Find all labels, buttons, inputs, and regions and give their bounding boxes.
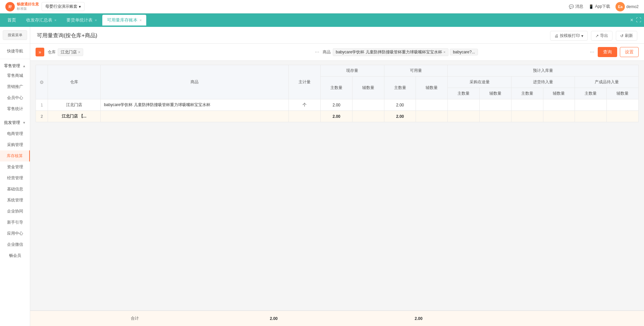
sidebar-item-changhui[interactable]: 畅会员 (0, 250, 30, 261)
sidebar-item-inventory[interactable]: 库存核算 (0, 150, 30, 161)
sidebar-item-apps[interactable]: 应用中心 (0, 228, 30, 239)
row-warehouse: 江北门店 【... (48, 111, 101, 122)
template-print-label: 按模板打印 (560, 33, 580, 39)
warehouse-more-btn[interactable]: ··· (315, 49, 319, 55)
sidebar-section-wholesale-title[interactable]: 批发管理 ▼ (0, 117, 30, 127)
warehouse-tags: 江北门店 × (58, 48, 313, 56)
logo-sub: 标准版 (17, 6, 39, 11)
sidebar-item-enterprise[interactable]: 企业协同 (0, 206, 30, 217)
user-profile[interactable]: Ea demo2 (615, 2, 639, 11)
wholesale-arrow: ▼ (22, 121, 26, 125)
template-print-btn[interactable]: 🖨 按模板打印 ▾ (550, 31, 588, 41)
filter-toggle-btn[interactable]: » (36, 48, 44, 56)
sidebar-item-marketing[interactable]: 营销推广 (0, 81, 30, 92)
data-table: ⚙ 仓库 商品 主计量 现存量 可用量 预计入库量 主数量 辅数量 主数量 辅数… (36, 65, 639, 122)
export-btn[interactable]: ↗ 导出 (591, 31, 612, 41)
th-current-stock-group: 现存量 (321, 65, 384, 77)
table-row: 2 江北门店 【... 2.00 2.00 (36, 111, 639, 122)
sidebar-item-basic[interactable]: 基础信息 (0, 184, 30, 195)
th-forecast-group: 预计入库量 (448, 65, 639, 77)
page-actions: 🖨 按模板打印 ▾ ↗ 导出 ↺ 刷新 (550, 31, 637, 41)
table-container[interactable]: ⚙ 仓库 商品 主计量 现存量 可用量 预计入库量 主数量 辅数量 主数量 辅数… (30, 61, 644, 310)
top-bar: 好 畅捷通好生意 标准版 母婴行业演示账套 ▾ 💬 消息 📱 App下载 Ea … (0, 0, 644, 13)
tab-home[interactable]: 首页 (3, 15, 21, 26)
th-incoming-main: 主数量 (511, 88, 543, 99)
sidebar-item-operations[interactable]: 经营管理 (0, 173, 30, 184)
th-unit: 主计量 (289, 65, 321, 99)
th-purchase-transit-group: 采购在途量 (448, 77, 512, 88)
product-tag-1[interactable]: babycare学饮杯 儿童防摔防撞吸管杯重力球吸嘴杯宝宝水杯 × (333, 48, 448, 56)
sidebar-item-system[interactable]: 系统管理 (0, 195, 30, 206)
th-incoming-aux: 辅数量 (543, 88, 575, 99)
row-production-main (575, 99, 607, 111)
warehouse-tag-close[interactable]: × (78, 50, 80, 54)
message-btn[interactable]: 💬 消息 (569, 4, 583, 9)
product-more-btn[interactable]: ··· (590, 49, 594, 55)
refresh-icon: ↺ (620, 34, 624, 38)
search-menu-btn[interactable]: 搜索菜单 (3, 30, 27, 40)
th-purchase-main: 主数量 (448, 88, 480, 99)
content-area: 可用量查询(按仓库+商品) 🖨 按模板打印 ▾ ↗ 导出 ↺ 刷新 (30, 27, 644, 326)
wholesale-label: 批发管理 (4, 120, 20, 126)
app-download-label: App下载 (595, 4, 610, 9)
row-production-main (575, 111, 607, 122)
row-incoming-aux (543, 111, 575, 122)
sidebar-search: 搜索菜单 (0, 27, 30, 44)
th-warehouse: 仓库 (48, 65, 101, 99)
nav-tabs-right: × ⛶ (630, 17, 641, 23)
refresh-btn[interactable]: ↺ 刷新 (616, 31, 637, 41)
sidebar-item-guide[interactable]: 新手引导 (0, 217, 30, 228)
product-tag-2[interactable]: babycare?... (450, 49, 478, 55)
row-purchase-main (448, 111, 480, 122)
order-tab-close[interactable]: × (95, 18, 97, 22)
row-production-aux (607, 99, 639, 111)
sidebar-section-wholesale: 批发管理 ▼ (0, 116, 30, 128)
message-icon: 💬 (569, 4, 574, 9)
sidebar-item-finance[interactable]: 资金管理 (0, 161, 30, 173)
tab-order[interactable]: 要货单统计表 × (62, 15, 101, 26)
nav-close-btn[interactable]: × (630, 17, 633, 23)
stock-tab-close[interactable]: × (140, 18, 142, 22)
sidebar-item-ecommerce[interactable]: 电商管理 (0, 128, 30, 139)
sidebar-item-quick-nav[interactable]: 快捷导航 (0, 46, 30, 57)
product-filter-group: 商品 babycare学饮杯 儿童防摔防撞吸管杯重力球吸嘴杯宝宝水杯 × bab… (323, 48, 594, 56)
nav-expand-btn[interactable]: ⛶ (636, 17, 641, 23)
income-tab-close[interactable]: × (54, 18, 56, 22)
sidebar-item-retail-stats[interactable]: 零售统计 (0, 103, 30, 114)
settings-button[interactable]: 设置 (620, 47, 639, 57)
row-stock-main: 2.00 (321, 111, 353, 122)
logo-info: 畅捷通好生意 标准版 (17, 2, 39, 11)
sidebar-section-retail-title[interactable]: 零售管理 ▲ (0, 60, 30, 70)
product-tags: babycare学饮杯 儿童防摔防撞吸管杯重力球吸嘴杯宝宝水杯 × babyca… (333, 48, 588, 56)
top-bar-right: 💬 消息 📱 App下载 Ea demo2 (569, 2, 639, 11)
avatar: Ea (615, 2, 625, 11)
row-avail-main: 2.00 (384, 111, 416, 122)
th-production-group: 产成品待入量 (575, 77, 639, 88)
industry-selector[interactable]: 母婴行业演示账套 ▾ (42, 2, 85, 11)
app-download-btn[interactable]: 📱 App下载 (589, 4, 610, 9)
warehouse-tag-label: 江北门店 (61, 49, 77, 55)
column-settings-icon[interactable]: ⚙ (40, 80, 44, 85)
row-stock-aux (352, 111, 384, 122)
row-avail-aux (416, 99, 448, 111)
sidebar-item-retail-mall[interactable]: 零售商城 (0, 70, 30, 81)
warehouse-filter-group: 仓库 江北门店 × ··· (48, 48, 319, 56)
product-tag-1-close[interactable]: × (443, 50, 445, 54)
row-warehouse: 江北门店 (48, 99, 101, 111)
chevron-down-icon: ▾ (79, 4, 81, 9)
mobile-icon: 📱 (589, 4, 594, 9)
row-product (100, 111, 289, 122)
sidebar-item-member[interactable]: 会员中心 (0, 92, 30, 103)
warehouse-tag-jiangbei[interactable]: 江北门店 × (58, 48, 83, 56)
th-stock-main: 主数量 (321, 77, 353, 99)
sidebar-item-purchase[interactable]: 采购管理 (0, 139, 30, 150)
table-header-row-1: ⚙ 仓库 商品 主计量 现存量 可用量 预计入库量 (36, 65, 639, 77)
tab-income[interactable]: 收发存汇总表 × (21, 15, 61, 26)
tab-stock[interactable]: 可用量库存账本 × (102, 15, 146, 26)
sidebar-item-wechat[interactable]: 企业微信 (0, 239, 30, 250)
row-num: 1 (36, 99, 48, 111)
row-product: babycare学饮杯 儿童防摔防撞吸管杯重力球吸嘴杯宝宝水杯 (100, 99, 289, 111)
table-body: 1 江北门店 babycare学饮杯 儿童防摔防撞吸管杯重力球吸嘴杯宝宝水杯 个… (36, 99, 639, 122)
query-button[interactable]: 查询 (598, 47, 617, 57)
sidebar: 搜索菜单 快捷导航 零售管理 ▲ 零售商城 营销推广 会员中心 零售统计 批发管… (0, 27, 30, 326)
